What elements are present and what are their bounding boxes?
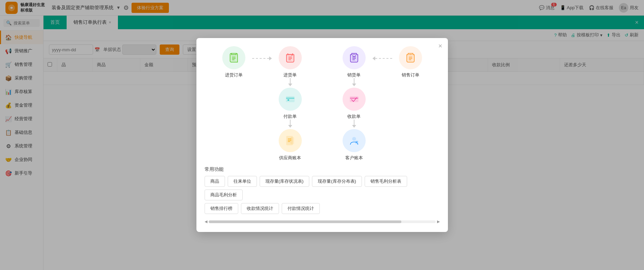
arrow-so-to-sb bbox=[372, 56, 392, 60]
modal-scrollbar: ◀ ▶ bbox=[205, 219, 440, 224]
func-buttons-row1: 商品 往来单位 现存量(库存状况表) 现存量(库存分布表) 销售毛利分析表 商品… bbox=[205, 176, 440, 200]
purchase-order-node: 进货订单 bbox=[222, 46, 245, 78]
purchase-bill-label: 进货单 bbox=[283, 72, 297, 78]
payment-label: 付款单 bbox=[283, 113, 297, 120]
scroll-thumb bbox=[209, 220, 402, 223]
func-buttons-row2: 销售排行榜 收款情况统计 付款情况统计 bbox=[205, 203, 440, 214]
scroll-right-arrow[interactable]: ▶ bbox=[437, 219, 440, 224]
arrow-down-pb bbox=[272, 78, 309, 86]
func-btn-partner[interactable]: 往来单位 bbox=[228, 176, 257, 187]
sales-bill-circle[interactable] bbox=[343, 46, 366, 69]
arrow-down-sb bbox=[336, 78, 372, 86]
func-btn-stock-dist[interactable]: 现存量(库存分布表) bbox=[312, 176, 362, 187]
customer-ledger-label: 客户账本 bbox=[345, 155, 363, 161]
receipt-node: 收款单 bbox=[343, 88, 366, 120]
modal-box: × 进货订单 bbox=[196, 38, 448, 232]
supplier-ledger-label: 供应商账本 bbox=[279, 155, 301, 161]
payment-circle[interactable] bbox=[279, 88, 302, 111]
flow-arrows-down2 bbox=[235, 120, 409, 128]
arrow-down-payment bbox=[272, 120, 309, 128]
func-btn-product-margin[interactable]: 商品毛利分析 bbox=[205, 190, 243, 200]
flow-diagram: 进货订单 bbox=[205, 46, 440, 164]
scroll-track bbox=[209, 220, 436, 223]
purchase-bill-circle[interactable] bbox=[279, 46, 302, 69]
flow-bottom-row: 供应商账本 客户账本 bbox=[235, 129, 409, 161]
supplier-ledger-node: 供应商账本 bbox=[279, 129, 302, 161]
sales-order-node: 销售订单 bbox=[399, 46, 422, 78]
sales-bill-label: 销货单 bbox=[347, 72, 361, 78]
sales-order-label: 销售订单 bbox=[402, 72, 419, 78]
payment-node: 付款单 bbox=[279, 88, 302, 120]
receipt-circle[interactable] bbox=[343, 88, 366, 111]
func-btn-sales-ranking[interactable]: 销售排行榜 bbox=[205, 203, 238, 214]
common-functions-title: 常用功能 bbox=[205, 166, 440, 173]
customer-ledger-node: 客户账本 bbox=[343, 129, 366, 161]
receipt-label: 收款单 bbox=[347, 113, 361, 120]
purchase-order-circle[interactable] bbox=[222, 46, 245, 69]
supplier-ledger-circle[interactable] bbox=[279, 129, 302, 152]
modal-overlay[interactable]: × 进货订单 bbox=[0, 0, 644, 270]
flow-arrows-down bbox=[235, 78, 409, 86]
flow-top-row: 进货订单 bbox=[215, 46, 429, 78]
svg-rect-12 bbox=[355, 141, 358, 144]
func-btn-stock-status[interactable]: 现存量(库存状况表) bbox=[260, 176, 310, 187]
func-btn-payment-stats[interactable]: 付款情况统计 bbox=[282, 203, 320, 214]
svg-rect-10 bbox=[291, 137, 294, 144]
scroll-left-arrow[interactable]: ◀ bbox=[205, 219, 207, 224]
arrow-po-to-pb bbox=[252, 56, 272, 60]
func-btn-sales-margin[interactable]: 销售毛利分析表 bbox=[365, 176, 407, 187]
modal-close-button[interactable]: × bbox=[438, 42, 442, 50]
sales-order-circle[interactable] bbox=[399, 46, 422, 69]
customer-ledger-circle[interactable] bbox=[343, 129, 366, 152]
arrow-down-receipt bbox=[336, 120, 372, 128]
svg-rect-6 bbox=[286, 96, 294, 102]
common-functions-section: 常用功能 商品 往来单位 现存量(库存状况表) 现存量(库存分布表) 销售毛利分… bbox=[205, 164, 440, 217]
func-btn-product[interactable]: 商品 bbox=[205, 176, 225, 187]
svg-point-11 bbox=[352, 137, 356, 141]
purchase-bill-node: 进货单 bbox=[279, 46, 302, 78]
sales-bill-node: 销货单 bbox=[343, 46, 366, 78]
svg-rect-7 bbox=[288, 100, 289, 101]
func-btn-receipt-stats[interactable]: 收款情况统计 bbox=[241, 203, 279, 214]
flow-middle-row: 付款单 收款单 bbox=[235, 88, 409, 120]
purchase-order-label: 进货订单 bbox=[225, 72, 243, 78]
